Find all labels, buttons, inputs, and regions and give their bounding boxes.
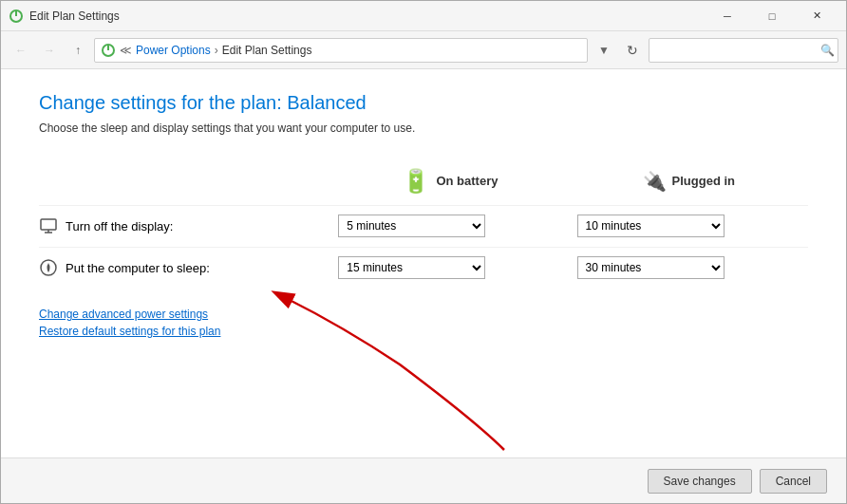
address-bar: ← → ↑ ≪ Power Options › Edit Plan Settin…: [1, 31, 846, 69]
content-area: Change settings for the plan: Balanced C…: [1, 69, 846, 503]
forward-button[interactable]: →: [37, 38, 62, 63]
main-panel: Change settings for the plan: Balanced C…: [1, 69, 846, 457]
sleep-label: Put the computer to sleep:: [39, 258, 330, 277]
window-title: Edit Plan Settings: [29, 9, 706, 23]
up-button[interactable]: ↑: [66, 38, 90, 63]
breadcrumb-part2: Edit Plan Settings: [222, 44, 312, 57]
pluggedin-header: 🔌 Plugged in: [570, 170, 808, 193]
battery-label: On battery: [436, 174, 498, 188]
display-battery-cell: 1 minute 2 minutes 3 minutes 5 minutes 1…: [330, 205, 569, 247]
plug-icon: 🔌: [643, 170, 667, 193]
dropdown-button[interactable]: ▼: [592, 38, 616, 63]
display-icon: [39, 216, 58, 235]
breadcrumb-part1[interactable]: Power Options: [136, 44, 211, 57]
search-wrapper: 🔍: [649, 38, 838, 63]
sleep-label-text: Put the computer to sleep:: [66, 261, 210, 275]
display-plugged-cell: 1 minute 2 minutes 3 minutes 5 minutes 1…: [570, 205, 808, 247]
minimize-button[interactable]: ─: [706, 1, 749, 31]
advanced-settings-link[interactable]: Change advanced power settings: [39, 308, 808, 321]
search-button[interactable]: 🔍: [820, 44, 835, 57]
window-controls: ─ □ ✕: [706, 1, 838, 31]
maximize-button[interactable]: □: [750, 1, 794, 31]
display-label-text: Turn off the display:: [66, 219, 173, 233]
battery-column-header: 🔋 On battery: [330, 158, 569, 205]
sleep-battery-select[interactable]: 1 minute 2 minutes 3 minutes 5 minutes 1…: [338, 256, 485, 279]
breadcrumb-prefix: ≪: [120, 44, 132, 57]
back-button[interactable]: ←: [9, 38, 33, 63]
label-column-header: [39, 158, 330, 205]
table-row: Put the computer to sleep: 1 minute 2 mi…: [39, 247, 808, 289]
battery-header: 🔋 On battery: [330, 168, 569, 195]
links-section: Change advanced power settings Restore d…: [39, 308, 808, 338]
sleep-label-cell: Put the computer to sleep:: [39, 247, 330, 289]
title-bar: Edit Plan Settings ─ □ ✕: [1, 1, 846, 31]
restore-defaults-link[interactable]: Restore default settings for this plan: [39, 325, 808, 338]
sleep-battery-cell: 1 minute 2 minutes 3 minutes 5 minutes 1…: [330, 247, 569, 289]
sleep-icon: [39, 258, 58, 277]
page-subtitle: Choose the sleep and display settings th…: [39, 121, 808, 135]
pluggedin-label: Plugged in: [672, 174, 735, 188]
save-changes-button[interactable]: Save changes: [648, 469, 752, 494]
window: Edit Plan Settings ─ □ ✕ ← → ↑ ≪ Power O…: [0, 0, 847, 504]
table-header-row: 🔋 On battery 🔌 Plugged in: [39, 158, 808, 205]
close-button[interactable]: ✕: [795, 1, 838, 31]
footer-bar: Save changes Cancel: [1, 457, 846, 503]
refresh-button[interactable]: ↻: [620, 38, 645, 63]
display-battery-select[interactable]: 1 minute 2 minutes 3 minutes 5 minutes 1…: [338, 215, 485, 237]
pluggedin-column-header: 🔌 Plugged in: [570, 158, 808, 205]
settings-table: 🔋 On battery 🔌 Plugged in: [39, 158, 808, 289]
battery-icon: 🔋: [402, 168, 430, 195]
display-plugged-select[interactable]: 1 minute 2 minutes 3 minutes 5 minutes 1…: [577, 215, 725, 237]
search-input[interactable]: [649, 38, 838, 63]
sleep-plugged-cell: 1 minute 2 minutes 3 minutes 5 minutes 1…: [570, 247, 808, 289]
table-row: Turn off the display: 1 minute 2 minutes…: [39, 205, 808, 247]
breadcrumb-separator: ›: [215, 44, 218, 57]
display-label-cell: Turn off the display:: [39, 205, 330, 247]
breadcrumb: ≪ Power Options › Edit Plan Settings: [94, 38, 588, 63]
cancel-button[interactable]: Cancel: [760, 469, 827, 494]
window-icon: [9, 9, 24, 24]
page-title: Change settings for the plan: Balanced: [39, 92, 808, 114]
svg-rect-4: [41, 219, 56, 230]
display-label: Turn off the display:: [39, 216, 330, 235]
sleep-plugged-select[interactable]: 1 minute 2 minutes 3 minutes 5 minutes 1…: [577, 256, 725, 279]
